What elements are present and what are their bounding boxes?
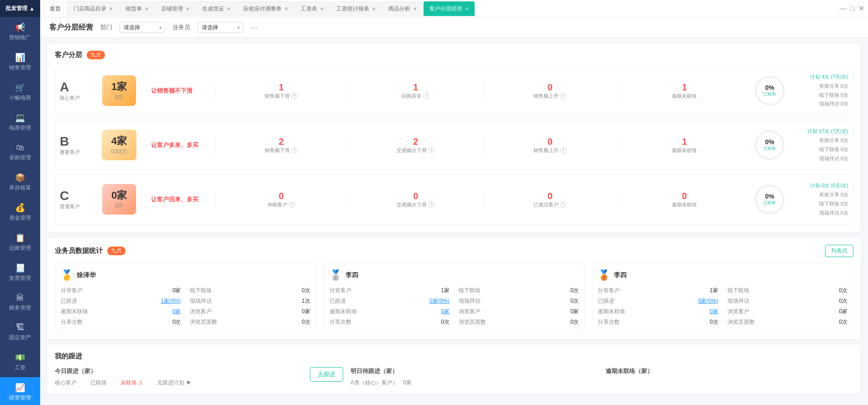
tab-close-icon[interactable]: ✕ (227, 6, 230, 11)
info-icon[interactable]: ? (428, 201, 434, 208)
metric-num: 1 (622, 82, 747, 93)
staff-section-header: 业务员数据统计 九月 列表式 (55, 245, 853, 257)
info-icon[interactable]: ? (560, 147, 566, 153)
info-icon[interactable]: ? (560, 93, 566, 99)
sidebar-item-gongzi[interactable]: 💵 工资 (0, 347, 40, 377)
sidebar-item-shuiwu[interactable]: 🏛 税务管理 (0, 288, 40, 317)
tab-store-manage[interactable]: 店铺管理 ✕ (155, 1, 195, 16)
tier-b-metric-2[interactable]: 0 销售额上升 ? (484, 137, 616, 154)
goto-followup-button[interactable]: 去跟进 (310, 367, 343, 382)
tier-a-metric-1[interactable]: 1 回购异常 ? (350, 82, 482, 100)
tier-b-metric-1[interactable]: 2 交易频次下滑 ? (350, 137, 482, 154)
tier-c-metric-1[interactable]: 0 交易频次下滑 ? (350, 191, 482, 208)
metric-label: 回购异常 ? (354, 93, 478, 100)
info-icon[interactable]: ? (423, 93, 429, 99)
stat-val-link[interactable]: 0家 (173, 308, 181, 316)
tier-b-metric-3[interactable]: 1 逾期未联络 (618, 137, 751, 154)
stat-val: 0次 (302, 287, 310, 295)
followup-btn-col: 去跟进 (310, 367, 343, 382)
tier-a-metric-3[interactable]: 1 逾期未联络 (618, 82, 751, 100)
tier-b-metric-0[interactable]: 2 销售额下滑 ? (215, 137, 347, 154)
dept-select[interactable]: 请选择 (120, 22, 165, 33)
tab-close-icon[interactable]: ✕ (465, 6, 469, 11)
tab-close-icon[interactable]: ✕ (372, 6, 376, 11)
tab-salary[interactable]: 工资表 ✕ (295, 1, 329, 16)
a-tier-label: A类（核心）客户） (350, 379, 398, 386)
tier-c-metric-0[interactable]: 0 休眠客户 ? (215, 191, 347, 208)
tier-a-metric-2[interactable]: 0 销售额上升 ? (484, 82, 616, 100)
sidebar-item-zijin[interactable]: 💰 资金管理 (0, 197, 40, 227)
tab-product-analysis[interactable]: 商品分析 ✕ (382, 1, 423, 16)
staff-header-1: 🥈 李四 (329, 269, 579, 281)
tab-customer-tier[interactable]: 客户分层经营 ✕ (424, 1, 475, 16)
tier-row-b: B 重要客户 4家 0.53万 让客户多来、多买 2 (55, 120, 853, 170)
sidebar-item-label: 资金管理 (9, 214, 31, 222)
tab-label: 销货单 (125, 5, 142, 13)
sidebar-item-jingying[interactable]: 📈 经营管理 ◀ (0, 377, 40, 405)
sidebar-item-xiaoshou[interactable]: 📊 销售管理 (0, 47, 40, 77)
tab-window-close-icon[interactable]: ✕ (858, 4, 864, 13)
jingying-icon: 📈 (15, 383, 25, 393)
page-title: 客户分层经营 (49, 23, 93, 32)
tier-a-metric-0[interactable]: 1 销售额下滑 ? (215, 82, 347, 100)
staff-select-wrapper: 请选择 (198, 22, 243, 33)
tier-c-metric-2[interactable]: 0 已激活客户 ? (484, 191, 616, 208)
tab-label: 应收应付调整单 (243, 5, 282, 13)
content-area: 客户分层经营 部门 请选择 业务员 请选择 ··· 客户分层 九月 (40, 17, 868, 405)
tab-home[interactable]: 首页 (44, 1, 67, 16)
tab-close-icon[interactable]: ✕ (320, 6, 324, 11)
sidebar-item-label: 固定资产 (9, 334, 31, 342)
a-tier-val: 0家 (403, 379, 412, 386)
tab-generate-voucher[interactable]: 生成凭证 ✕ (196, 1, 236, 16)
sidebar-item-fapiao[interactable]: 🧾 发票管理 (0, 258, 40, 288)
list-view-button[interactable]: 列表式 (825, 245, 853, 257)
metric-label: 逾期未联络 (622, 93, 747, 100)
info-icon[interactable]: ? (291, 93, 298, 99)
tab-ar-ap-adjust[interactable]: 应收应付调整单 ✕ (237, 1, 294, 16)
tab-store-products[interactable]: 门店商品目录 ✕ (68, 1, 119, 16)
info-icon[interactable]: ? (289, 201, 295, 208)
info-icon[interactable]: ? (428, 147, 434, 153)
stat-val-link[interactable]: 1家(0%) (161, 297, 181, 305)
tier-a-count-box[interactable]: 1家 0万 (92, 75, 146, 106)
tab-close-icon[interactable]: ✕ (186, 6, 189, 11)
tab-label: 工资统计报表 (336, 5, 369, 13)
staff-select[interactable]: 请选择 (198, 22, 243, 33)
tier-c-metric-3[interactable]: 0 逾期未联络 (618, 191, 751, 208)
tabs-right: — □ ✕ (839, 4, 864, 13)
tab-close-icon[interactable]: ✕ (145, 6, 148, 11)
sidebar-item-guding[interactable]: 🏗 固定资产 (0, 317, 40, 347)
tab-close-icon[interactable]: ✕ (109, 6, 113, 11)
tab-close-icon[interactable]: ✕ (413, 6, 417, 11)
sidebar-logo[interactable]: 批发管理 ▲ (0, 0, 40, 17)
tier-c-count-box[interactable]: 0家 0万 (92, 184, 146, 215)
staff-stat-row: 浏览客户 0家 (459, 308, 579, 316)
sidebar-item-kucun[interactable]: 📦 库存核算 (0, 167, 40, 197)
tab-sales-order[interactable]: 销货单 ✕ (120, 1, 154, 16)
staff-stat-row: 分管客户 1家 (329, 287, 450, 295)
staff-name-0: 徐泽华 (77, 271, 96, 279)
sidebar-item-label: 电商管理 (9, 124, 31, 132)
sidebar-item-caigou[interactable]: 🛍 采购管理 (0, 137, 40, 167)
tab-close-icon[interactable]: ✕ (284, 6, 288, 11)
staff-stat-row: 分享次数 0次 (598, 318, 718, 326)
tier-a-count: 1家 (111, 80, 127, 94)
fapiao-icon: 🧾 (15, 263, 25, 273)
info-icon[interactable]: ? (291, 147, 298, 153)
sidebar-item-yingxiao[interactable]: 📢 营销推广 (0, 17, 40, 47)
toolbar-more-icon[interactable]: ··· (251, 23, 257, 32)
tier-c-amount: 0万 (115, 202, 124, 210)
sidebar-item-xiaochangdianshang[interactable]: 🛒 小畅电商 (0, 77, 40, 107)
info-icon[interactable]: ? (560, 201, 566, 208)
tab-window-max-icon[interactable]: □ (850, 5, 855, 13)
dianshang2-icon: 💻 (15, 113, 25, 123)
sidebar-item-zhanghu[interactable]: 📋 总账管理 (0, 227, 40, 258)
sidebar-item-dianshang[interactable]: 💻 电商管理 (0, 107, 40, 137)
tier-c-letter: C (60, 189, 87, 203)
followup-label-not-contacted: 未联络 ⚠ (120, 379, 143, 387)
customer-section-title: 客户分层 (55, 51, 82, 59)
stat-label: 浏览页面数 (190, 318, 217, 326)
tab-window-min-icon[interactable]: — (839, 5, 847, 13)
tier-b-count-box[interactable]: 4家 0.53万 (92, 130, 146, 160)
tab-salary-report[interactable]: 工资统计报表 ✕ (330, 1, 382, 16)
